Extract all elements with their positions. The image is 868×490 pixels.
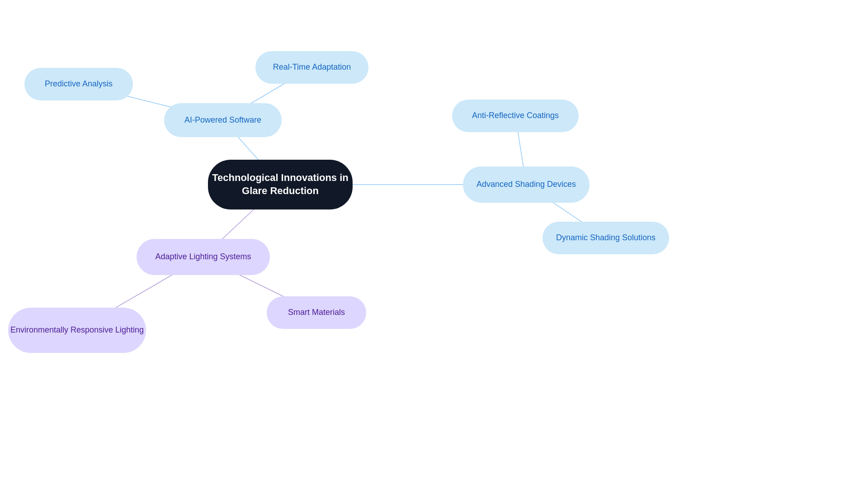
node-dynamic-shading-solutions: Dynamic Shading Solutions: [542, 222, 669, 254]
node-environmentally-responsive-lighting: Environmentally Responsive Lighting: [8, 308, 146, 353]
node-predictive-analysis: Predictive Analysis: [24, 68, 133, 100]
node-real-time-adaptation: Real-Time Adaptation: [255, 51, 368, 84]
node-anti-reflective-coatings: Anti-Reflective Coatings: [452, 100, 579, 132]
center-node: Technological Innovations in Glare Reduc…: [208, 160, 353, 209]
node-adaptive-lighting-systems: Adaptive Lighting Systems: [137, 239, 270, 275]
node-advanced-shading-devices: Advanced Shading Devices: [463, 167, 590, 203]
node-ai-powered-software: AI-Powered Software: [164, 103, 282, 137]
node-smart-materials: Smart Materials: [267, 296, 366, 329]
